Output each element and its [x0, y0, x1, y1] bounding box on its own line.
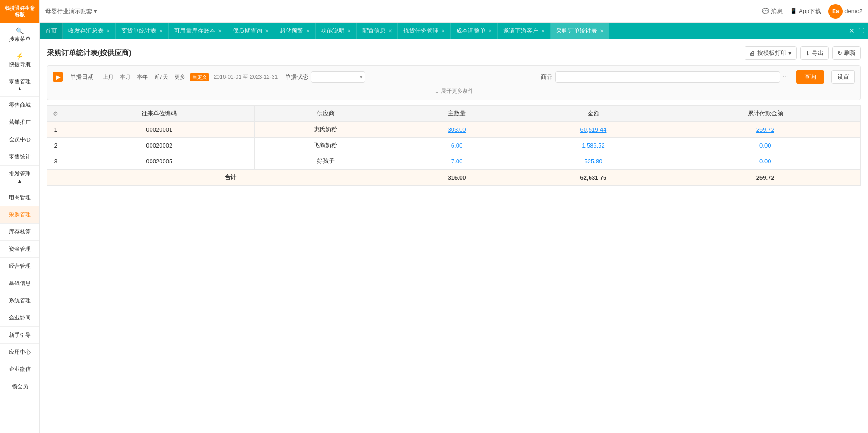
date-option-last-7-days[interactable]: 近7天 [152, 72, 170, 82]
tab-label: 邀请下游客户 [503, 27, 538, 35]
tab-config-info[interactable]: 配置信息 ✕ [357, 23, 398, 39]
sidebar-item-enterprise-collab[interactable]: 企业协同 [0, 309, 39, 327]
app-download-button[interactable]: 📱 App下载 [790, 7, 821, 15]
tab-label: 采购订单统计表 [556, 27, 597, 35]
sidebar-item-retail-stats[interactable]: 零售统计 [0, 148, 39, 166]
tab-overstock-warning[interactable]: 超储预警 ✕ [274, 23, 316, 39]
sidebar-item-label: 零售统计 [2, 153, 38, 161]
tab-function-desc[interactable]: 功能说明 ✕ [316, 23, 357, 39]
tab-close-icon[interactable]: ✕ [218, 29, 222, 33]
sidebar-item-retail-shop[interactable]: 零售商城 [0, 97, 39, 114]
row-index: 3 [47, 153, 64, 170]
chevron-down-icon: ▲ [17, 86, 23, 92]
row-code: 00020002 [64, 138, 255, 153]
date-option-last-month[interactable]: 上月 [101, 72, 115, 82]
sidebar-item-new-user-guide[interactable]: 新手引导 [0, 327, 39, 344]
chevron-down-icon: ▾ [788, 50, 792, 57]
sidebar-item-retail-mgmt[interactable]: 零售管理 ▲ [0, 73, 39, 97]
tab-close-icon[interactable]: ✕ [306, 29, 310, 33]
page-inner: 采购订单统计表(按供应商) 🖨 按模板打印 ▾ ⬇ 导出 ↻ 刷新 [40, 39, 868, 433]
tab-cost-adjust[interactable]: 成本调整单 ✕ [451, 23, 498, 39]
date-option-this-month[interactable]: 本月 [118, 72, 132, 82]
page-title: 采购订单统计表(按供应商) [47, 48, 132, 58]
message-button[interactable]: 💬 消息 [762, 7, 783, 15]
sidebar-item-finance-mgmt[interactable]: 资金管理 [0, 241, 39, 258]
column-paid-amount: 累计付款金额 [670, 106, 861, 122]
tab-available-stock[interactable]: 可用量库存账本 ✕ [169, 23, 227, 39]
fullscreen-icon[interactable]: ⛶ [858, 27, 864, 34]
sidebar-item-ecommerce-mgmt[interactable]: 电商管理 [0, 189, 39, 206]
tab-close-icon[interactable]: ✕ [347, 29, 351, 33]
expand-button[interactable]: ⌄ 展开更多条件 [434, 87, 473, 95]
column-settings[interactable]: ⚙ [47, 106, 64, 122]
column-code: 往来单位编码 [64, 106, 255, 122]
org-selector[interactable]: 母婴行业演示账套 ▾ [45, 7, 97, 15]
tab-close-icon[interactable]: ✕ [441, 29, 445, 33]
sidebar-item-operations-mgmt[interactable]: 经营管理 [0, 258, 39, 275]
tab-invite-downstream[interactable]: 邀请下游客户 ✕ [498, 23, 551, 39]
query-button[interactable]: 查询 [796, 70, 824, 84]
tab-purchase-summary[interactable]: 采购订单统计表 ✕ [551, 23, 609, 39]
sidebar-item-basic-info[interactable]: 基础信息 [0, 275, 39, 292]
close-tab-icon[interactable]: ✕ [849, 27, 854, 34]
tab-close-icon[interactable]: ✕ [488, 29, 492, 33]
tab-shelf-life[interactable]: 保质期查询 ✕ [227, 23, 274, 39]
refresh-button[interactable]: ↻ 刷新 [832, 46, 861, 60]
tab-order-summary[interactable]: 要货单统计表 ✕ [116, 23, 169, 39]
more-icon[interactable]: ··· [783, 73, 789, 81]
row-quantity[interactable]: 6.00 [397, 138, 517, 153]
tab-receive-summary[interactable]: 收发存汇总表 ✕ [63, 23, 116, 39]
tab-close-icon[interactable]: ✕ [541, 29, 545, 33]
row-amount[interactable]: 525.80 [517, 153, 670, 170]
table-row: 3 00020005 好孩子 7.00 525.80 0.00 [47, 153, 861, 170]
row-amount[interactable]: 1,586.52 [517, 138, 670, 153]
export-button[interactable]: ⬇ 导出 [800, 46, 829, 60]
date-filter-label: 单据日期 [70, 73, 94, 81]
tab-home[interactable]: 首页 [40, 23, 63, 39]
sidebar-item-label: 企业微信 [2, 366, 38, 373]
sidebar-item-quick-nav[interactable]: ⚡ 快捷导航 [0, 48, 39, 73]
sidebar-item-enterprise-wechat[interactable]: 企业微信 [0, 361, 39, 378]
row-quantity[interactable]: 303.00 [397, 122, 517, 138]
main-area: 母婴行业演示账套 ▾ 💬 消息 📱 App下载 Ea demo2 首页 [40, 0, 868, 433]
row-index: 2 [47, 138, 64, 153]
chevron-down-icon: ▾ [94, 8, 97, 14]
filter-toggle-button[interactable]: ▶ [53, 72, 63, 82]
row-paid-amount[interactable]: 0.00 [670, 153, 861, 170]
row-paid-amount[interactable]: 0.00 [670, 138, 861, 153]
row-quantity[interactable]: 7.00 [397, 153, 517, 170]
app-logo: 畅捷通好生意 标版 [0, 0, 39, 23]
sidebar-item-vip-member[interactable]: 畅会员 [0, 378, 39, 395]
date-option-more[interactable]: 更多 [173, 72, 187, 82]
sidebar-item-label: 零售商城 [2, 101, 38, 109]
sidebar-item-purchase-mgmt[interactable]: 采购管理 [0, 206, 39, 224]
tab-close-icon[interactable]: ✕ [106, 29, 110, 33]
topbar: 母婴行业演示账套 ▾ 💬 消息 📱 App下载 Ea demo2 [40, 0, 868, 23]
sidebar-item-search[interactable]: 🔍 搜索菜单 [0, 23, 39, 48]
status-select[interactable] [311, 71, 365, 83]
tab-close-icon[interactable]: ✕ [159, 29, 163, 33]
date-option-this-year[interactable]: 本年 [135, 72, 150, 82]
row-amount[interactable]: 60,519.44 [517, 122, 670, 138]
tab-close-icon[interactable]: ✕ [600, 29, 604, 33]
custom-date-badge[interactable]: 自定义 [190, 73, 209, 81]
tab-close-icon[interactable]: ✕ [265, 29, 269, 33]
sidebar-item-wholesale-mgmt[interactable]: 批发管理 ▲ [0, 166, 39, 189]
tab-close-icon[interactable]: ✕ [388, 29, 392, 33]
print-button[interactable]: 🖨 按模板打印 ▾ [745, 46, 797, 60]
sidebar-item-inventory-check[interactable]: 库存核算 [0, 224, 39, 241]
table-row: 1 00020001 惠氏奶粉 303.00 60,519.44 259.72 [47, 122, 861, 138]
row-paid-amount[interactable]: 259.72 [670, 122, 861, 138]
sidebar-item-member-center[interactable]: 会员中心 [0, 131, 39, 148]
sidebar-item-app-center[interactable]: 应用中心 [0, 344, 39, 361]
search-icon: 🔍 [2, 27, 38, 34]
tab-storage-task[interactable]: 拣货任务管理 ✕ [398, 23, 451, 39]
sidebar-item-system-mgmt[interactable]: 系统管理 [0, 292, 39, 309]
sidebar-item-marketing[interactable]: 营销推广 [0, 114, 39, 131]
tab-label: 功能说明 [321, 27, 344, 35]
nav-tabs: 首页 收发存汇总表 ✕ 要货单统计表 ✕ 可用量库存账本 ✕ 保质期查询 ✕ 超… [40, 23, 868, 39]
goods-input[interactable] [555, 71, 780, 83]
settings-button[interactable]: 设置 [831, 70, 855, 84]
column-quantity: 主数量 [397, 106, 517, 122]
user-avatar-area[interactable]: Ea demo2 [828, 4, 863, 19]
